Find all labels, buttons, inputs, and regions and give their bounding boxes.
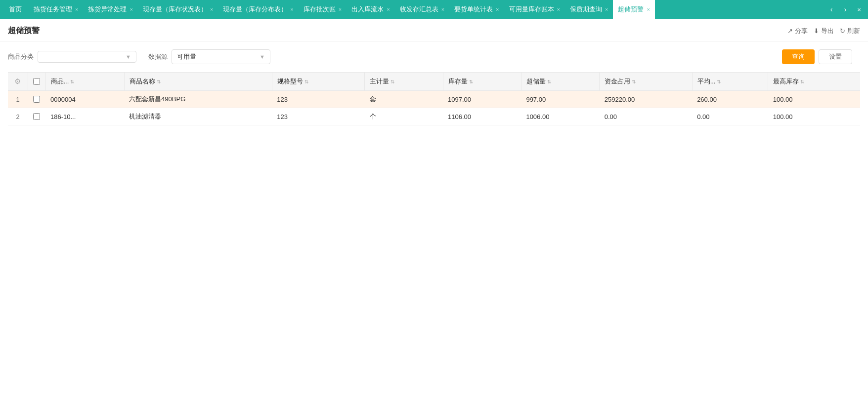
source-select[interactable]: 可用量 ▼ bbox=[172, 49, 270, 64]
cell-spec-0: 123 bbox=[272, 91, 364, 108]
chevron-down-icon: ▼ bbox=[126, 54, 131, 60]
export-button[interactable]: ⬇ 导出 bbox=[814, 27, 834, 36]
table-row: 1 0000004 六配套新昌490BPG 123 套 1097.00 997.… bbox=[8, 91, 860, 108]
sort-icon-name: ⇅ bbox=[157, 79, 161, 84]
tab-close-icon[interactable]: × bbox=[130, 6, 132, 12]
gear-icon[interactable]: ⚙ bbox=[14, 77, 21, 85]
cell-name-1: 机油滤清器 bbox=[124, 108, 272, 125]
nav-next-btn[interactable]: › bbox=[838, 2, 852, 16]
nav-tab-tab-7[interactable]: 收发存汇总表× bbox=[395, 0, 449, 19]
category-select[interactable]: ▼ bbox=[38, 51, 136, 63]
cell-max-1: 100.00 bbox=[768, 108, 860, 125]
row-checkbox-1[interactable] bbox=[33, 113, 40, 120]
tab-label: 保质期查询 bbox=[570, 5, 602, 14]
col-checkbox-header bbox=[28, 73, 45, 91]
export-icon: ⬇ bbox=[814, 27, 819, 35]
share-icon: ↗ bbox=[787, 27, 793, 35]
refresh-button[interactable]: ↻ 刷新 bbox=[840, 27, 860, 36]
refresh-icon: ↻ bbox=[840, 27, 845, 35]
nav-tab-tab-8[interactable]: 要货单统计表× bbox=[449, 0, 504, 19]
tab-label: 要货单统计表 bbox=[454, 5, 493, 14]
cell-spec-1: 123 bbox=[272, 108, 364, 125]
col-name-header[interactable]: 商品名称 ⇅ bbox=[124, 73, 272, 91]
share-button[interactable]: ↗ 分享 bbox=[787, 27, 808, 36]
share-label: 分享 bbox=[795, 27, 808, 36]
col-spec-header[interactable]: 规格型号 ⇅ bbox=[272, 73, 364, 91]
col-excess-header[interactable]: 超储量 ⇅ bbox=[521, 73, 599, 91]
col-max-header[interactable]: 最高库存 ⇅ bbox=[768, 73, 860, 91]
cell-unit-0: 套 bbox=[365, 91, 443, 108]
table-row: 2 186-10... 机油滤清器 123 个 1106.00 1006.00 … bbox=[8, 108, 860, 125]
sort-icon-excess: ⇅ bbox=[547, 79, 551, 84]
tab-label: 拣货异常处理 bbox=[88, 5, 127, 14]
tab-close-icon[interactable]: × bbox=[75, 6, 78, 12]
col-code-header[interactable]: 商品... ⇅ bbox=[45, 73, 124, 91]
cell-code-0: 0000004 bbox=[45, 91, 124, 108]
cell-excess-0: 997.00 bbox=[521, 91, 599, 108]
tab-close-icon[interactable]: × bbox=[290, 6, 293, 12]
tab-close-icon[interactable]: × bbox=[557, 6, 560, 12]
page-content: 超储预警 ↗ 分享 ⬇ 导出 ↻ 刷新 商品分类 ▼ 数据源 bbox=[0, 19, 868, 395]
row-checkbox-0[interactable] bbox=[33, 96, 40, 103]
col-avg-header[interactable]: 平均... ⇅ bbox=[692, 73, 768, 91]
nav-home[interactable]: 首页 bbox=[2, 5, 29, 14]
export-label: 导出 bbox=[821, 27, 834, 36]
top-nav: 首页 拣货任务管理×拣货异常处理×现存量（库存状况表）×现存量（库存分布表）×库… bbox=[0, 0, 868, 19]
tab-label: 超储预警 bbox=[618, 5, 644, 14]
cell-index-1: 2 bbox=[8, 108, 28, 125]
sort-icon-capital: ⇅ bbox=[632, 79, 636, 84]
page-header: 超储预警 ↗ 分享 ⬇ 导出 ↻ 刷新 bbox=[0, 19, 868, 41]
nav-tab-tab-1[interactable]: 拣货任务管理× bbox=[29, 0, 83, 19]
tab-close-icon[interactable]: × bbox=[387, 6, 390, 12]
col-stock-header[interactable]: 库存量 ⇅ bbox=[443, 73, 521, 91]
cell-capital-1: 0.00 bbox=[600, 108, 692, 125]
nav-tab-tab-9[interactable]: 可用量库存账本× bbox=[504, 0, 565, 19]
source-label: 数据源 bbox=[148, 52, 168, 61]
cell-excess-1: 1006.00 bbox=[521, 108, 599, 125]
nav-tab-tab-2[interactable]: 拣货异常处理× bbox=[83, 0, 137, 19]
cell-code-1: 186-10... bbox=[45, 108, 124, 125]
header-actions: ↗ 分享 ⬇ 导出 ↻ 刷新 bbox=[787, 27, 860, 36]
tab-label: 拣货任务管理 bbox=[34, 5, 72, 14]
nav-tab-tab-3[interactable]: 现存量（库存状况表）× bbox=[138, 0, 218, 19]
tab-label: 出入库流水 bbox=[351, 5, 384, 14]
tab-close-icon[interactable]: × bbox=[441, 6, 444, 12]
sort-icon-avg: ⇅ bbox=[717, 79, 721, 84]
data-table: ⚙ 商品... ⇅ 商品 bbox=[8, 72, 860, 125]
settings-button[interactable]: 设置 bbox=[819, 49, 852, 64]
cell-capital-0: 259220.00 bbox=[600, 91, 692, 108]
nav-tab-tab-4[interactable]: 现存量（库存分布表）× bbox=[218, 0, 298, 19]
tab-close-icon[interactable]: × bbox=[647, 6, 650, 12]
cell-name-0: 六配套新昌490BPG bbox=[124, 91, 272, 108]
col-capital-header[interactable]: 资金占用 ⇅ bbox=[600, 73, 692, 91]
col-gear-header: ⚙ bbox=[8, 73, 28, 91]
nav-tab-tab-11[interactable]: 超储预警× bbox=[613, 0, 654, 19]
tab-close-icon[interactable]: × bbox=[210, 6, 213, 12]
select-all-checkbox[interactable] bbox=[33, 78, 40, 85]
category-label: 商品分类 bbox=[8, 52, 34, 61]
cell-max-0: 100.00 bbox=[768, 91, 860, 108]
sort-icon-stock: ⇅ bbox=[469, 79, 473, 84]
nav-tab-tab-10[interactable]: 保质期查询× bbox=[565, 0, 613, 19]
sort-icon-max: ⇅ bbox=[800, 79, 804, 84]
nav-tab-tab-5[interactable]: 库存批次账× bbox=[299, 0, 347, 19]
tab-label: 可用量库存账本 bbox=[509, 5, 554, 14]
nav-close-btn[interactable]: × bbox=[852, 2, 866, 16]
cell-stock-1: 1106.00 bbox=[443, 108, 521, 125]
sort-icon-code: ⇅ bbox=[70, 79, 74, 84]
source-chevron-down-icon: ▼ bbox=[260, 54, 265, 60]
cell-avg-1: 0.00 bbox=[692, 108, 768, 125]
cell-unit-1: 个 bbox=[365, 108, 443, 125]
cell-stock-0: 1097.00 bbox=[443, 91, 521, 108]
sort-icon-spec: ⇅ bbox=[304, 79, 308, 84]
refresh-label: 刷新 bbox=[847, 27, 860, 36]
nav-tab-tab-6[interactable]: 出入库流水× bbox=[347, 0, 394, 19]
col-unit-header[interactable]: 主计量 ⇅ bbox=[365, 73, 443, 91]
tab-close-icon[interactable]: × bbox=[339, 6, 342, 12]
filter-bar: 商品分类 ▼ 数据源 可用量 ▼ 查询 设置 bbox=[0, 41, 868, 68]
tab-close-icon[interactable]: × bbox=[605, 6, 608, 12]
tab-label: 现存量（库存分布表） bbox=[223, 5, 287, 14]
query-button[interactable]: 查询 bbox=[782, 49, 815, 64]
tab-close-icon[interactable]: × bbox=[496, 6, 499, 12]
nav-prev-btn[interactable]: ‹ bbox=[825, 2, 838, 16]
